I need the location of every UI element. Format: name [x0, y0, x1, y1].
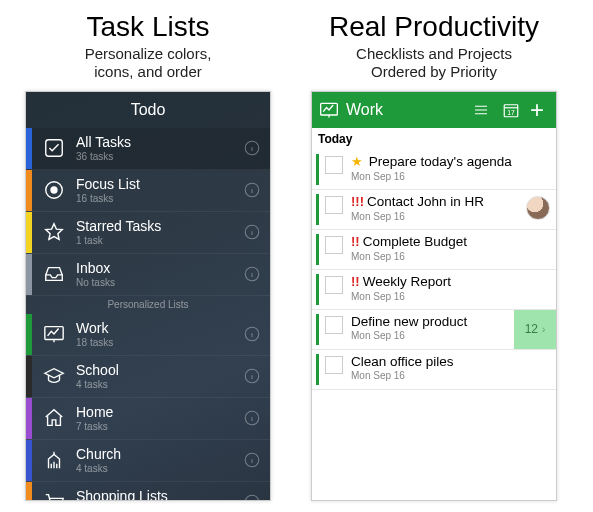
row-title: School [76, 363, 234, 377]
task-row[interactable]: ★ Prepare today's agendaMon Sep 16 [312, 150, 556, 190]
task-date: Mon Sep 16 [351, 171, 550, 182]
task-date: Mon Sep 16 [351, 330, 508, 341]
target-icon [32, 179, 76, 201]
accent-line [316, 314, 319, 345]
row-title: All Tasks [76, 135, 234, 149]
right-sub-line1: Checklists and Projects [356, 45, 512, 62]
task-checkbox[interactable] [325, 196, 343, 214]
task-date: Mon Sep 16 [351, 211, 522, 222]
avatar [526, 196, 550, 220]
left-phone: Todo All Tasks36 tasksFocus List16 tasks… [25, 91, 271, 501]
accent-line [316, 234, 319, 265]
toolbar-title: Work [346, 101, 466, 119]
task-title: Prepare today's agenda [369, 154, 512, 169]
task-title: Define new product [351, 314, 467, 329]
task-checkbox[interactable] [325, 316, 343, 334]
info-icon[interactable] [234, 223, 270, 241]
task-checkbox[interactable] [325, 156, 343, 174]
row-title: Starred Tasks [76, 219, 234, 233]
svg-text:17: 17 [507, 108, 515, 115]
task-date: Mon Sep 16 [351, 251, 550, 262]
row-title: Focus List [76, 177, 234, 191]
list-row[interactable]: Work18 tasks [26, 314, 270, 356]
list-row[interactable]: School4 tasks [26, 356, 270, 398]
task-row[interactable]: !!!Contact John in HRMon Sep 16 [312, 190, 556, 230]
list-row[interactable]: Starred Tasks1 task [26, 212, 270, 254]
work-toolbar: Work 17 + [312, 92, 556, 128]
row-count: 4 tasks [76, 379, 234, 390]
row-count: 7 tasks [76, 421, 234, 432]
priority-badge: !!! [351, 194, 364, 209]
task-title: Complete Budget [363, 234, 467, 249]
task-title: Contact John in HR [367, 194, 484, 209]
chart-icon [32, 323, 76, 345]
info-icon[interactable] [234, 367, 270, 385]
row-count: 1 task [76, 235, 234, 246]
star-icon [32, 221, 76, 243]
task-date: Mon Sep 16 [351, 370, 550, 381]
task-row[interactable]: Define new productMon Sep 1612› [312, 310, 556, 350]
row-title: Work [76, 321, 234, 335]
row-count: No tasks [76, 277, 234, 288]
task-row[interactable]: !!Complete BudgetMon Sep 16 [312, 230, 556, 270]
row-title: Church [76, 447, 234, 461]
list-row[interactable]: Shopping Lists3 tasks [26, 482, 270, 500]
star-icon: ★ [351, 154, 363, 169]
info-icon[interactable] [234, 493, 270, 500]
day-label: Today [312, 128, 556, 150]
task-row[interactable]: Clean office pilesMon Sep 16 [312, 350, 556, 390]
info-icon[interactable] [234, 181, 270, 199]
left-sub-line1: Personalize colors, [85, 45, 212, 62]
cart-icon [32, 491, 76, 500]
accent-line [316, 194, 319, 225]
list-row[interactable]: Focus List16 tasks [26, 170, 270, 212]
right-sub-line2: Ordered by Priority [371, 63, 497, 80]
list-row[interactable]: Home7 tasks [26, 398, 270, 440]
svg-point-3 [50, 187, 57, 194]
info-icon[interactable] [234, 451, 270, 469]
info-icon[interactable] [234, 265, 270, 283]
priority-badge: !! [351, 274, 360, 289]
info-icon[interactable] [234, 325, 270, 343]
home-icon [32, 407, 76, 429]
left-heading: Task Lists [87, 12, 210, 43]
accent-line [316, 274, 319, 305]
chart-icon [312, 100, 346, 120]
calendar-icon[interactable]: 17 [496, 101, 526, 119]
todo-header: Todo [26, 92, 270, 128]
grad-cap-icon [32, 365, 76, 387]
list-view-icon[interactable] [466, 101, 496, 119]
right-heading: Real Productivity [329, 12, 539, 43]
task-checkbox[interactable] [325, 276, 343, 294]
task-title: Clean office piles [351, 354, 454, 369]
task-count-badge[interactable]: 12› [514, 310, 556, 349]
task-row[interactable]: !!Weekly ReportMon Sep 16 [312, 270, 556, 310]
info-icon[interactable] [234, 409, 270, 427]
section-label: Personalized Lists [26, 296, 270, 314]
row-count: 18 tasks [76, 337, 234, 348]
list-row[interactable]: Church4 tasks [26, 440, 270, 482]
task-checkbox[interactable] [325, 236, 343, 254]
info-icon[interactable] [234, 139, 270, 157]
row-count: 16 tasks [76, 193, 234, 204]
row-title: Home [76, 405, 234, 419]
add-task-button[interactable]: + [526, 96, 556, 124]
priority-badge: !! [351, 234, 360, 249]
check-box-icon [32, 137, 76, 159]
temple-icon [32, 449, 76, 471]
accent-line [316, 154, 319, 185]
task-date: Mon Sep 16 [351, 291, 550, 302]
list-row[interactable]: All Tasks36 tasks [26, 128, 270, 170]
row-title: Shopping Lists [76, 489, 234, 500]
accent-line [316, 354, 319, 385]
row-count: 4 tasks [76, 463, 234, 474]
task-title: Weekly Report [363, 274, 451, 289]
task-checkbox[interactable] [325, 356, 343, 374]
list-row[interactable]: InboxNo tasks [26, 254, 270, 296]
right-phone: Work 17 + Today ★ Prepare today's agenda… [311, 91, 557, 501]
left-sub-line2: icons, and order [94, 63, 202, 80]
inbox-icon [32, 263, 76, 285]
row-count: 36 tasks [76, 151, 234, 162]
row-title: Inbox [76, 261, 234, 275]
